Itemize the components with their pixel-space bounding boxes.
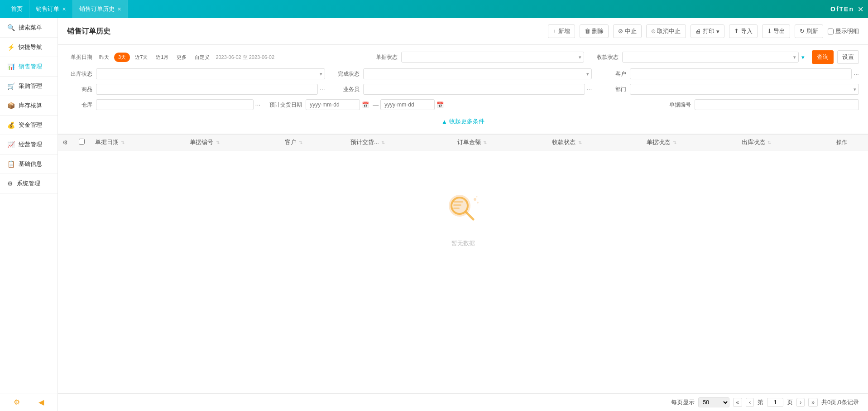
th-no-label: 单据编号	[190, 139, 213, 145]
sort-bill-status-icon[interactable]: ⇅	[673, 140, 676, 145]
sidebar-item-inventory-label: 库存核算	[19, 102, 42, 110]
prev-page-btn[interactable]: ‹	[746, 398, 754, 407]
tab-home[interactable]: 首页	[5, 0, 29, 18]
select-all-checkbox[interactable]	[79, 139, 85, 145]
tab-sales-history[interactable]: 销售订单历史 ✕	[73, 0, 128, 18]
sort-delivery-icon[interactable]: ⇅	[381, 140, 385, 145]
delivery-status-select-wrap	[96, 68, 325, 79]
calendar-from-icon[interactable]: 📅	[362, 102, 369, 108]
topbar-close-btn[interactable]: ✕	[858, 5, 863, 14]
goods-input[interactable]	[96, 84, 318, 95]
next-page-btn[interactable]: ›	[796, 398, 805, 407]
page-word-before: 第	[758, 398, 763, 406]
salesperson-input[interactable]	[363, 84, 585, 95]
import-button[interactable]: ⬆ 导入	[729, 24, 758, 38]
inventory-icon: 📦	[7, 102, 15, 109]
sidebar-item-system-mgmt[interactable]: ⚙ 系统管理	[0, 174, 58, 193]
sort-out-status-icon[interactable]: ⇅	[767, 140, 771, 145]
salesperson-label: 业务员	[334, 86, 360, 93]
warehouse-input[interactable]	[96, 99, 254, 110]
date-btn-1month[interactable]: 近1月	[153, 53, 172, 62]
sidebar-item-purchase-mgmt-label: 采购管理	[19, 82, 42, 90]
show-detail-checkbox[interactable]	[828, 29, 834, 34]
th-payment-status-label: 收款状态	[552, 139, 575, 145]
calendar-to-icon[interactable]: 📅	[436, 102, 444, 108]
delete-button[interactable]: 🗑 删除	[580, 24, 609, 38]
sidebar-item-operations[interactable]: 📈 经营管理	[0, 135, 58, 155]
sidebar-item-quick-nav[interactable]: ⚡ 快捷导航	[0, 38, 58, 57]
table-body: 暂无数据	[58, 150, 868, 266]
filter-row-3: 商品 ··· 业务员 ··· 部门	[67, 84, 859, 95]
sidebar-item-quick-nav-label: 快捷导航	[19, 43, 42, 51]
refresh-button[interactable]: ↻ 刷新	[795, 24, 823, 38]
sidebar-item-purchase-mgmt[interactable]: 🛒 采购管理	[0, 77, 58, 96]
sort-payment-status-icon[interactable]: ⇅	[578, 140, 582, 145]
status-select[interactable]	[401, 52, 584, 63]
sort-date-icon[interactable]: ⇅	[121, 140, 125, 145]
table-settings-icon[interactable]: ⚙	[62, 139, 68, 146]
sort-amount-icon[interactable]: ⇅	[483, 140, 487, 145]
date-btn-3days[interactable]: 3天	[114, 53, 130, 62]
expected-date-to[interactable]	[380, 99, 435, 110]
tab-sales-order[interactable]: 销售订单 ✕	[29, 0, 73, 18]
date-btn-7days[interactable]: 近7天	[132, 53, 151, 62]
sidebar-collapse-btn[interactable]: ◀	[38, 398, 44, 406]
table-header: ⚙ 单据日期 ⇅ 单据编号 ⇅	[58, 135, 868, 150]
query-button[interactable]: 查询	[812, 50, 834, 64]
sidebar-item-finance[interactable]: 💰 资金管理	[0, 116, 58, 135]
date-dash: —	[373, 102, 379, 108]
delivery-status-select[interactable]	[96, 68, 325, 79]
date-btn-more[interactable]: 更多	[173, 53, 190, 62]
payment-status-select[interactable]	[622, 52, 799, 63]
cancel-stop-button[interactable]: ⊙ 取消中止	[646, 24, 686, 38]
filter-settings-button[interactable]: 设置	[837, 50, 859, 64]
query-btn-label: 查询	[817, 53, 829, 61]
th-out-status: 出库状态 ⇅	[737, 135, 832, 150]
tab-sales-order-close[interactable]: ✕	[62, 6, 66, 12]
date-quick-btns: 昨天 3天 近7天 近1月 更多 自定义	[96, 53, 213, 62]
first-page-btn[interactable]: «	[733, 398, 743, 407]
sidebar-item-sales-mgmt[interactable]: 📊 销售管理	[0, 57, 58, 77]
sidebar-item-inventory[interactable]: 📦 库存核算	[0, 96, 58, 116]
th-date: 单据日期 ⇅	[91, 135, 185, 150]
salesperson-dots[interactable]: ···	[587, 86, 592, 93]
last-page-btn[interactable]: »	[808, 398, 818, 407]
new-button[interactable]: + 新增	[548, 24, 575, 38]
goods-dots[interactable]: ···	[320, 86, 325, 93]
tab-sales-order-label: 销售订单	[36, 5, 59, 13]
show-detail-toggle[interactable]: 显示明细	[828, 27, 859, 35]
collapse-up-icon: ▲	[441, 118, 447, 125]
svg-rect-6	[453, 208, 460, 209]
import-btn-label: ⬆ 导入	[734, 27, 753, 35]
filter-settings-btn-label: 设置	[842, 53, 854, 61]
th-no: 单据编号 ⇅	[185, 135, 280, 150]
print-button[interactable]: 🖨 打印 ▾	[691, 24, 725, 38]
page-size-select[interactable]: 50 10 20 100	[698, 397, 729, 407]
sidebar-settings-btn[interactable]: ⚙	[14, 398, 20, 406]
customer-input[interactable]	[630, 68, 852, 79]
date-btn-custom[interactable]: 自定义	[192, 53, 213, 62]
stop-button[interactable]: ⊘ 中止	[613, 24, 642, 38]
expected-date-from[interactable]	[306, 99, 360, 110]
date-btn-yesterday[interactable]: 昨天	[96, 53, 112, 62]
status-select-wrap	[401, 52, 584, 63]
page-input[interactable]	[767, 398, 783, 407]
sidebar-item-base-info[interactable]: 📋 基础信息	[0, 155, 58, 174]
export-button[interactable]: ⬇ 导出	[762, 24, 791, 38]
collapse-bar[interactable]: ▲ 收起更多条件	[67, 115, 859, 128]
payment-status-expand[interactable]: ▾	[801, 54, 805, 61]
warehouse-dots[interactable]: ···	[255, 101, 261, 108]
department-select[interactable]	[630, 84, 859, 95]
filter-date: 单据日期 昨天 3天 近7天 近1月 更多 自定义 2023-06-02 至 2…	[67, 53, 363, 62]
sidebar-bottom: ⚙ ◀	[0, 393, 58, 411]
sort-customer-icon[interactable]: ⇅	[299, 140, 302, 145]
tab-sales-history-close[interactable]: ✕	[117, 6, 121, 12]
filter-customer: 客户 ···	[601, 68, 859, 79]
total-text: 共0页,0条记录	[821, 398, 859, 406]
complete-status-select[interactable]	[363, 68, 592, 79]
sort-no-icon[interactable]: ⇅	[216, 140, 220, 145]
customer-dots[interactable]: ···	[854, 70, 859, 77]
sidebar-item-search-menu[interactable]: 🔍 搜索菜单	[0, 18, 58, 38]
voucher-no-input[interactable]	[695, 99, 859, 110]
payment-status-label: 收款状态	[593, 53, 619, 61]
